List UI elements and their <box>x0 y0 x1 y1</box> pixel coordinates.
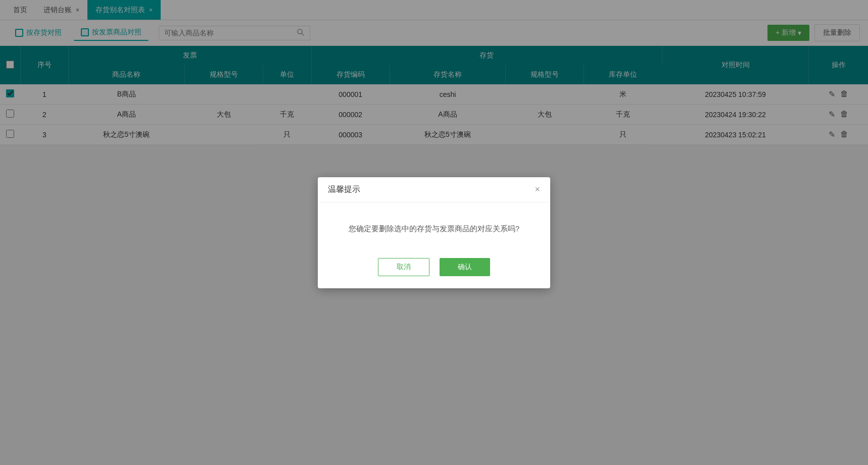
modal-overlay: 温馨提示 × 您确定要删除选中的存货与发票商品的对应关系吗? 取消 确认 <box>0 0 868 145</box>
